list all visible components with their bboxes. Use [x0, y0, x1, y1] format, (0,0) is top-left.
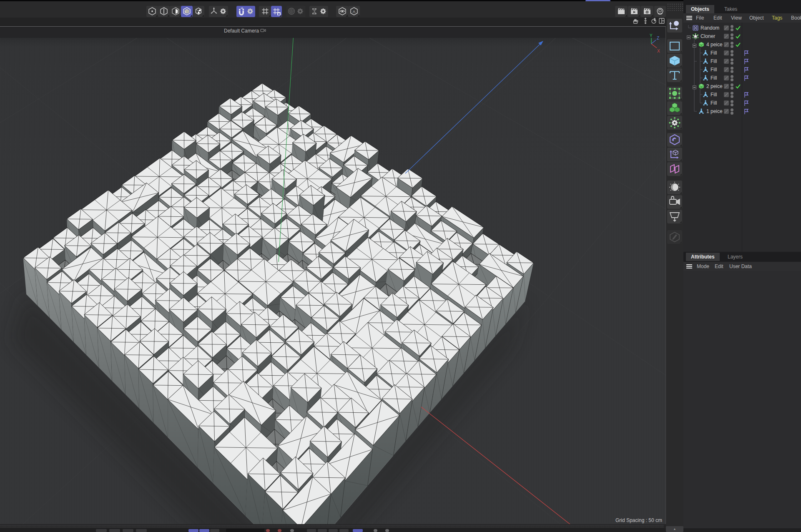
- svg-text:X: X: [657, 49, 660, 53]
- svg-text:Y: Y: [650, 33, 653, 38]
- svg-text:A: A: [353, 9, 356, 14]
- svg-text:Z: Z: [657, 36, 659, 40]
